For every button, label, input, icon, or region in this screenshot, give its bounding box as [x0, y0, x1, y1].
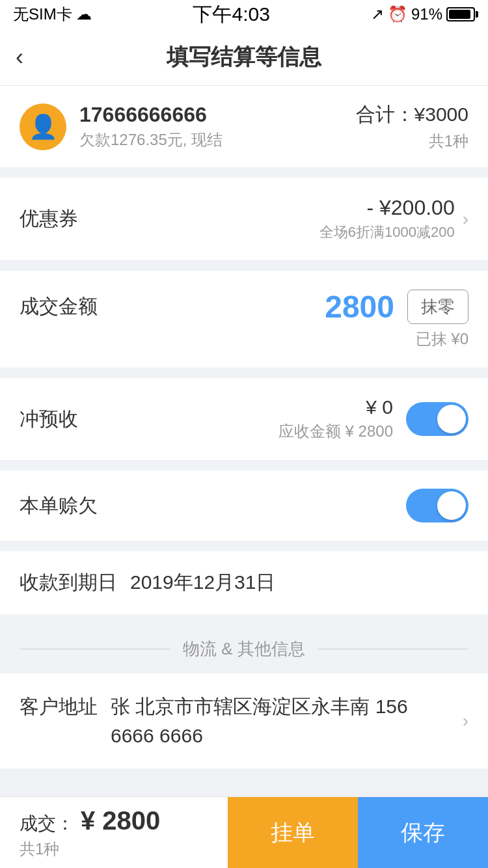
address-label: 客户地址: [20, 692, 111, 721]
credit-section: 本单赊欠: [0, 470, 488, 541]
location-icon: ↗: [371, 5, 384, 23]
duedate-row: 收款到期日 2019年12月31日: [20, 569, 468, 596]
duedate-label: 收款到期日: [20, 569, 117, 596]
user-info: 17666666666 欠款1276.35元, 现结: [66, 103, 356, 150]
bottom-deal-amount: ¥ 2800: [81, 806, 160, 835]
deal-amount-right: 2800 抹零: [325, 289, 468, 325]
coupon-row[interactable]: 优惠券 - ¥200.00 全场6折满1000减200 ›: [0, 178, 488, 260]
address-chevron-icon: ›: [455, 711, 468, 731]
user-total: 合计：¥3000 共1种: [356, 102, 468, 152]
status-time: 下午4:03: [193, 1, 269, 28]
page-title: 填写结算等信息: [167, 42, 321, 72]
round-zero-button[interactable]: 抹零: [407, 290, 468, 324]
coupon-right: - ¥200.00 全场6折满1000减200 ›: [319, 196, 468, 242]
bottom-deal-row: 成交： ¥ 2800: [20, 806, 208, 836]
nav-bar: ‹ 填写结算等信息: [0, 29, 488, 86]
status-right: ↗ ⏰ 91%: [371, 5, 475, 23]
divider-line-right: [318, 649, 468, 649]
save-button[interactable]: 保存: [358, 797, 488, 868]
deal-amount-row: 成交金额 2800 抹零: [20, 289, 468, 325]
battery-icon: [446, 7, 475, 21]
deal-amount-label: 成交金额: [20, 293, 98, 320]
prepaid-row: 冲预收 ¥ 0 应收金额 ¥ 2800: [20, 396, 468, 442]
avatar-icon: 👤: [29, 113, 58, 141]
amount-zeroed-text: 已抹 ¥0: [20, 329, 468, 349]
divider-line-left: [20, 649, 170, 649]
divider-1: [0, 460, 488, 470]
prepaid-right: ¥ 0 应收金额 ¥ 2800: [278, 396, 468, 442]
avatar: 👤: [20, 103, 66, 150]
status-left: 无SIM卡 ☁: [13, 4, 92, 25]
coupon-label: 优惠券: [20, 206, 78, 232]
prepaid-value-block: ¥ 0 应收金额 ¥ 2800: [278, 396, 393, 442]
address-value: 张 北京市市辖区海淀区永丰南 156 6666 6666: [111, 692, 455, 750]
battery-label: 91%: [411, 5, 442, 23]
prepaid-section: 冲预收 ¥ 0 应收金额 ¥ 2800: [0, 378, 488, 460]
total-amount: 合计：¥3000: [356, 102, 468, 128]
prepaid-value: ¥ 0: [278, 396, 393, 418]
prepaid-toggle[interactable]: [406, 402, 468, 436]
hold-button[interactable]: 挂单: [228, 797, 358, 868]
user-phone: 17666666666: [79, 103, 356, 127]
prepaid-desc: 应收金额 ¥ 2800: [278, 421, 393, 442]
coupon-desc: 全场6折满1000减200: [319, 223, 455, 242]
deal-amount-number: 2800: [325, 289, 394, 325]
bottom-summary: 成交： ¥ 2800 共1种: [0, 806, 228, 860]
user-info-row: 👤 17666666666 欠款1276.35元, 现结 合计：¥3000 共1…: [0, 86, 488, 167]
total-count: 共1种: [356, 131, 468, 152]
bottom-deal-label: 成交：: [20, 811, 74, 836]
bottom-count: 共1种: [20, 839, 208, 860]
status-bar: 无SIM卡 ☁ 下午4:03 ↗ ⏰ 91%: [0, 0, 488, 29]
coupon-value: - ¥200.00: [319, 196, 455, 220]
duedate-value: 2019年12月31日: [130, 569, 275, 596]
duedate-section: 收款到期日 2019年12月31日: [0, 551, 488, 614]
bottom-bar: 成交： ¥ 2800 共1种 挂单 保存: [0, 796, 488, 868]
content-area: 👤 17666666666 欠款1276.35元, 现结 合计：¥3000 共1…: [0, 86, 488, 868]
credit-toggle[interactable]: [406, 489, 468, 522]
total-label: 合计：: [356, 103, 414, 125]
credit-label: 本单赊欠: [20, 493, 98, 519]
logistics-label: 物流 & 其他信息: [170, 638, 318, 660]
alarm-icon: ⏰: [388, 5, 407, 23]
no-sim-label: 无SIM卡 ☁: [13, 4, 92, 25]
prepaid-label: 冲预收: [20, 406, 78, 433]
user-debt: 欠款1276.35元, 现结: [79, 129, 356, 150]
deal-amount-section: 成交金额 2800 抹零 已抹 ¥0: [0, 271, 488, 368]
logistics-divider: 物流 & 其他信息: [0, 625, 488, 673]
total-value: ¥3000: [414, 103, 468, 125]
address-section[interactable]: 客户地址 张 北京市市辖区海淀区永丰南 156 6666 6666 ›: [0, 673, 488, 768]
back-button[interactable]: ‹: [16, 44, 23, 71]
coupon-chevron-icon: ›: [463, 209, 468, 230]
bottom-buttons: 挂单 保存: [228, 797, 488, 868]
